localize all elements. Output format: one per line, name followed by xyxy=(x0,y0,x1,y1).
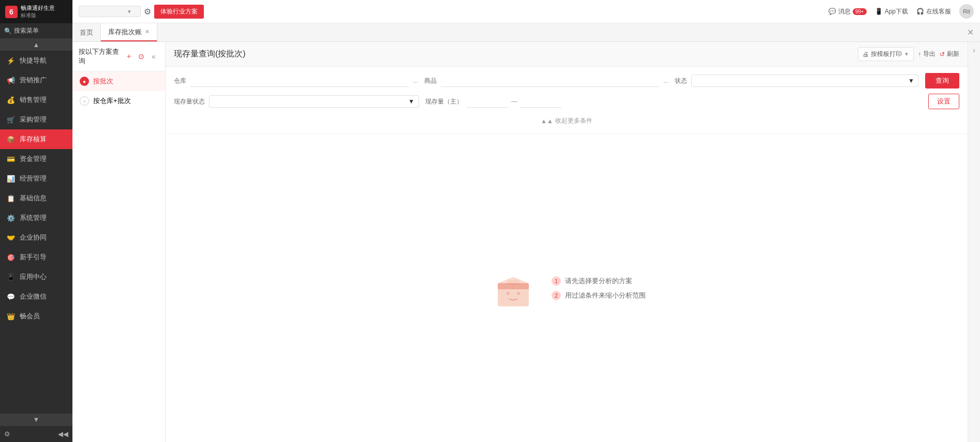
plan-item-by-warehouse-batch[interactable]: ○ 按仓库+批次 xyxy=(72,91,165,111)
sidebar-item-operations[interactable]: 📊 经营管理 xyxy=(0,169,72,188)
filter-area: 仓库 ... 商品 ... 状态 ▼ xyxy=(166,67,968,134)
left-panel-actions: ＋ ⊙ « xyxy=(124,51,159,62)
tip-text-1: 请先选择要分析的方案 xyxy=(565,276,632,286)
warehouse-input[interactable] xyxy=(190,75,409,87)
collapse-conditions-button[interactable]: ▲▲ 收起更多条件 xyxy=(174,114,959,127)
filter-row-1: 仓库 ... 商品 ... 状态 ▼ xyxy=(174,73,959,89)
left-panel-header: 按以下方案查询 ＋ ⊙ « xyxy=(72,42,165,71)
finance-icon: 💳 xyxy=(6,154,16,164)
settings-topbar-icon[interactable]: ⚙ xyxy=(144,7,151,17)
sidebar-item-label: 新手引导 xyxy=(20,253,47,262)
settings-icon[interactable]: ⚙ xyxy=(4,430,10,438)
plan-dot-inactive: ○ xyxy=(80,96,89,106)
add-plan-button[interactable]: ＋ xyxy=(124,51,134,62)
query-button[interactable]: 查询 xyxy=(925,73,959,89)
sidebar-item-enterprise[interactable]: 🤝 企业协同 xyxy=(0,228,72,247)
sidebar-item-inventory[interactable]: 📦 库存核算 xyxy=(0,129,72,149)
app-logo: 6 xyxy=(5,6,18,18)
product-dots[interactable]: ... xyxy=(663,77,669,84)
sidebar-item-basic[interactable]: 📋 基础信息 xyxy=(0,188,72,208)
product-input[interactable] xyxy=(441,75,659,87)
message-item[interactable]: 💬 消息 99+ xyxy=(828,7,867,16)
product-filter: 商品 ... xyxy=(424,75,669,87)
sidebar-scroll-up[interactable]: ▲ xyxy=(0,39,72,51)
page-title: 现存量查询(按批次) xyxy=(174,49,246,60)
sidebar-item-label: 系统管理 xyxy=(20,213,47,223)
sidebar: 6 畅康通好生意 标准版 🔍 搜索菜单 ▲ ⚡ 快捷导航 📢 营销推广 💰 销售… xyxy=(0,0,72,442)
avatar: Rit xyxy=(959,4,974,19)
page-header: 现存量查询(按批次) 🖨 按模板打印 ▼ ↑ 导出 ↺ 刷新 xyxy=(166,42,968,67)
sidebar-nav: ⚡ 快捷导航 📢 营销推广 💰 销售管理 🛒 采购管理 📦 库存核算 💳 资金管… xyxy=(0,51,72,414)
print-button[interactable]: 🖨 按模板打印 ▼ xyxy=(858,47,914,61)
tab-home[interactable]: 首页 xyxy=(72,23,101,41)
plan-label: 按仓库+批次 xyxy=(93,96,131,106)
sidebar-item-label: 营销推广 xyxy=(20,76,47,85)
message-icon: 💬 xyxy=(828,8,836,15)
empty-svg xyxy=(487,262,539,314)
sidebar-item-newbie[interactable]: 🎯 新手引导 xyxy=(0,247,72,267)
basic-icon: 📋 xyxy=(6,194,16,203)
stock-qty-min[interactable] xyxy=(467,96,508,108)
setting-button[interactable]: 设置 xyxy=(928,94,959,109)
right-panel-close[interactable]: › xyxy=(968,42,980,442)
tab-home-label: 首页 xyxy=(80,28,93,37)
settings-plan-button[interactable]: ⊙ xyxy=(136,51,146,62)
chevron-down-icon: ▼ xyxy=(408,98,414,105)
user-name: Rit xyxy=(963,8,970,14)
sidebar-item-sales[interactable]: 💰 销售管理 xyxy=(0,90,72,110)
operations-icon: 📊 xyxy=(6,174,16,183)
stock-qty-max[interactable] xyxy=(521,96,562,108)
warehouse-dots[interactable]: ... xyxy=(413,77,418,84)
export-button[interactable]: ↑ 导出 xyxy=(918,50,936,58)
empty-tip-2: 2 用过滤条件来缩小分析范围 xyxy=(552,291,646,300)
sidebar-search[interactable]: 🔍 搜索菜单 xyxy=(0,23,72,39)
online-service-item[interactable]: 🎧 在线客服 xyxy=(916,7,951,16)
stock-qty-input: — xyxy=(467,96,562,108)
warehouse-filter: 仓库 ... xyxy=(174,75,418,87)
tip-num-2: 2 xyxy=(552,291,561,300)
topbar-search-box[interactable]: ▼ xyxy=(79,6,141,17)
stock-status-label: 现存量状态 xyxy=(174,97,205,106)
sidebar-item-apps[interactable]: 📱 应用中心 xyxy=(0,267,72,287)
sidebar-scroll-down[interactable]: ▼ xyxy=(0,414,72,425)
sidebar-item-label: 畅会员 xyxy=(20,312,40,321)
sidebar-item-label: 经营管理 xyxy=(20,174,47,183)
apps-icon: 📱 xyxy=(6,272,16,282)
sidebar-item-marketing[interactable]: 📢 营销推广 xyxy=(0,70,72,90)
status-select[interactable]: ▼ xyxy=(691,75,919,87)
sidebar-item-label: 企业微信 xyxy=(20,292,47,301)
print-label: 按模板打印 xyxy=(871,50,902,58)
refresh-button[interactable]: ↺ 刷新 xyxy=(940,50,959,58)
topbar-search-input[interactable] xyxy=(83,8,125,15)
chevron-right-icon: › xyxy=(973,46,975,54)
sidebar-item-system[interactable]: ⚙️ 系统管理 xyxy=(0,208,72,228)
tab-close-right[interactable]: ✕ xyxy=(961,23,980,41)
app-download-item[interactable]: 📱 App下载 xyxy=(875,7,908,16)
content-area: 按以下方案查询 ＋ ⊙ « ● 按批次 ○ 按仓库+批次 现存量查询(按批次) xyxy=(72,42,980,442)
tab-close-icon[interactable]: ✕ xyxy=(145,29,150,35)
svg-point-6 xyxy=(517,292,520,295)
sidebar-item-purchase[interactable]: 🛒 采购管理 xyxy=(0,110,72,129)
topbar: ▼ ⚙ 体验行业方案 💬 消息 99+ 📱 App下载 🎧 在线客服 Rit xyxy=(72,0,980,23)
plan-item-by-batch[interactable]: ● 按批次 xyxy=(72,71,165,91)
sidebar-item-quicknav[interactable]: ⚡ 快捷导航 xyxy=(0,51,72,70)
tab-bar: 首页 库存批次账 ✕ ✕ xyxy=(72,23,980,42)
message-label: 消息 xyxy=(838,7,851,16)
sidebar-item-wechat[interactable]: 💬 企业微信 xyxy=(0,287,72,306)
svg-marker-3 xyxy=(498,277,529,283)
stock-status-select[interactable]: ▼ xyxy=(209,95,419,108)
trial-button[interactable]: 体验行业方案 xyxy=(154,5,204,19)
plan-dot-active: ● xyxy=(80,77,89,86)
collapse-sidebar-icon[interactable]: ◀◀ xyxy=(58,430,68,438)
filter-row-2: 现存量状态 ▼ 现存量（主） — xyxy=(174,94,959,109)
message-badge: 99+ xyxy=(853,8,867,15)
search-label: 搜索菜单 xyxy=(14,26,39,35)
tip-num-1: 1 xyxy=(552,276,561,286)
user-item[interactable]: Rit xyxy=(959,4,974,19)
sidebar-item-finance[interactable]: 💳 资金管理 xyxy=(0,149,72,169)
tab-batch[interactable]: 库存批次账 ✕ xyxy=(101,23,157,41)
sidebar-item-member[interactable]: 👑 畅会员 xyxy=(0,306,72,326)
empty-tips: 1 请先选择要分析的方案 2 用过滤条件来缩小分析范围 xyxy=(552,276,646,300)
collapse-panel-button[interactable]: « xyxy=(149,51,159,62)
headset-icon: 🎧 xyxy=(916,8,924,15)
